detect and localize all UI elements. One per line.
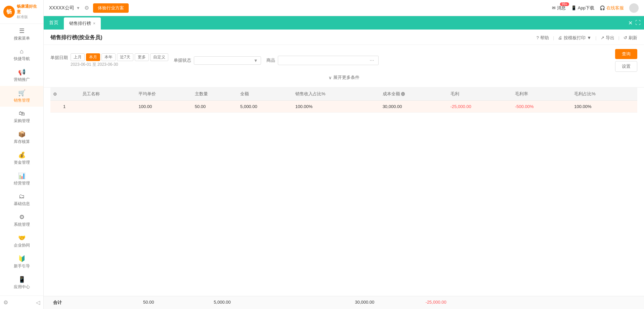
footer-settings-icon[interactable]: ⚙ bbox=[3, 299, 8, 306]
cell-gross-rate: -500.00% bbox=[512, 101, 571, 113]
sidebar-item-enterprise-coop[interactable]: 🤝 企业协同 bbox=[0, 231, 43, 252]
sidebar-item-marketing[interactable]: 📢 营销推广 bbox=[0, 65, 43, 86]
action-sep-3: | bbox=[618, 35, 619, 40]
sidebar-item-purchase[interactable]: 🛍 采购管理 bbox=[0, 107, 43, 127]
page-title: 销售排行榜(按业务员) bbox=[50, 34, 102, 41]
template-print-btn[interactable]: 🖨 按模板打印 ▼ bbox=[558, 35, 591, 41]
settings-btn[interactable]: 设置 bbox=[615, 61, 637, 72]
cell-amount: 5,000.00 bbox=[238, 101, 293, 113]
date-btn-this-month[interactable]: 本月 bbox=[86, 53, 100, 61]
sidebar-item-operations[interactable]: 📊 经营管理 bbox=[0, 169, 43, 190]
cell-name bbox=[80, 101, 136, 113]
message-badge: 99+ bbox=[560, 2, 569, 6]
user-avatar[interactable] bbox=[629, 3, 639, 13]
date-btn-prev-month[interactable]: 上月 bbox=[71, 53, 85, 61]
query-btn[interactable]: 查询 bbox=[615, 49, 637, 59]
page-header: 销售排行榜(按业务员) ? 帮助 | 🖨 按模板打印 ▼ | ↗ bbox=[44, 30, 644, 45]
filter-area: 单据日期 上月 本月 本年 近7天 更多 自定义 2023-06-01 至 20… bbox=[44, 45, 644, 88]
expand-row: ∨ 展开更多条件 bbox=[50, 72, 637, 83]
app-center-icon: 📱 bbox=[18, 276, 26, 283]
help-btn[interactable]: ? 帮助 bbox=[536, 35, 549, 41]
sidebar-item-finance[interactable]: 💰 资金管理 bbox=[0, 148, 43, 169]
action-sep-1: | bbox=[553, 35, 554, 40]
logo-text-container: 畅康通好生意 标准版 bbox=[17, 4, 40, 19]
sidebar-item-wechat[interactable]: 💬 企业微信 bbox=[0, 293, 43, 296]
sidebar-label-app-center: 应用中心 bbox=[14, 284, 30, 290]
sidebar-item-basic-info[interactable]: 🗂 基础信息 bbox=[0, 190, 43, 210]
page-actions: ? 帮助 | 🖨 按模板打印 ▼ | ↗ 导出 | bbox=[536, 35, 637, 41]
sidebar-item-system[interactable]: ⚙ 系统管理 bbox=[0, 210, 43, 231]
date-filter-label: 单据日期 bbox=[50, 53, 68, 61]
th-settings[interactable]: ⚙ bbox=[50, 88, 60, 101]
template-print-label: 按模板打印 bbox=[564, 35, 586, 41]
enterprise-coop-icon: 🤝 bbox=[18, 234, 26, 242]
footer-collapse-icon[interactable]: ◁ bbox=[36, 299, 40, 306]
sidebar-label-inventory: 库存核算 bbox=[14, 139, 30, 145]
main-content: XXXXX公司 ▼ ⚙ 体验行业方案 ✉ 消息 99+ 📱 App下载 🎧 在线… bbox=[44, 0, 644, 309]
tab-close-icon[interactable]: × bbox=[93, 21, 95, 26]
guide-icon: 🔰 bbox=[18, 255, 26, 262]
trial-btn[interactable]: 体验行业方案 bbox=[93, 3, 129, 13]
sidebar-label-system: 系统管理 bbox=[14, 222, 30, 227]
sidebar-footer: ⚙ ◁ bbox=[0, 296, 43, 309]
home-icon: ⌂ bbox=[20, 48, 24, 55]
table-footer: 合计 50.00 5,000.00 30,000.00 -25,000.00 bbox=[44, 296, 644, 309]
status-select[interactable]: ▼ bbox=[194, 56, 261, 65]
sidebar-item-search[interactable]: ☰ 搜索菜单 bbox=[0, 24, 43, 45]
goods-ellipsis-icon[interactable]: ··· bbox=[368, 57, 375, 63]
topbar-right: ✉ 消息 99+ 📱 App下载 🎧 在线客服 bbox=[552, 3, 639, 13]
sidebar-label-search: 搜索菜单 bbox=[14, 36, 30, 41]
sidebar-item-inventory[interactable]: 📦 库存核算 bbox=[0, 127, 43, 148]
expand-more-label: 展开更多条件 bbox=[333, 74, 359, 81]
goods-select[interactable]: ··· bbox=[278, 56, 379, 65]
sidebar-item-sales[interactable]: 🛒 销售管理 bbox=[0, 86, 43, 107]
status-filter-label: 单据状态 bbox=[174, 57, 191, 63]
date-btn-more[interactable]: 更多 bbox=[135, 53, 149, 61]
date-buttons: 上月 本月 本年 近7天 更多 自定义 bbox=[71, 53, 168, 61]
tabbar-right: ✕ ⛶ bbox=[625, 16, 644, 30]
tab-close-window-icon[interactable]: ✕ bbox=[628, 20, 633, 26]
company-name: XXXXX公司 bbox=[49, 5, 74, 11]
logo-sub: 标准版 bbox=[17, 14, 40, 19]
th-rank bbox=[60, 88, 80, 101]
marketing-icon: 📢 bbox=[18, 68, 26, 76]
help-icon: ? bbox=[536, 35, 539, 40]
headset-icon: 🎧 bbox=[600, 5, 605, 10]
th-name: 员工名称 bbox=[80, 88, 136, 101]
company-selector[interactable]: XXXXX公司 ▼ bbox=[49, 5, 80, 11]
export-label: 导出 bbox=[606, 35, 614, 41]
data-table: ⚙ 员工名称 平均单价 主数量 全额 销售收入占比% 成本全额 i 毛利 毛利率… bbox=[50, 88, 637, 113]
purchase-icon: 🛍 bbox=[19, 110, 25, 117]
expand-more-btn[interactable]: ∨ 展开更多条件 bbox=[329, 74, 359, 81]
tab-home[interactable]: 首页 bbox=[44, 16, 64, 30]
date-btn-this-year[interactable]: 本年 bbox=[101, 53, 116, 61]
online-service-btn[interactable]: 🎧 在线客服 bbox=[600, 5, 624, 11]
sidebar-item-quick-nav[interactable]: ⌂ 快捷导航 bbox=[0, 45, 43, 65]
sidebar-item-app-center[interactable]: 📱 应用中心 bbox=[0, 272, 43, 293]
tab-expand-icon[interactable]: ⛶ bbox=[635, 20, 641, 26]
message-btn[interactable]: ✉ 消息 99+ bbox=[552, 5, 566, 11]
sidebar-label-basic-info: 基础信息 bbox=[14, 201, 30, 207]
date-btn-7days[interactable]: 近7天 bbox=[117, 53, 133, 61]
help-label: 帮助 bbox=[540, 35, 549, 41]
th-cost: 成本全额 i bbox=[380, 88, 448, 101]
topbar: XXXXX公司 ▼ ⚙ 体验行业方案 ✉ 消息 99+ 📱 App下载 🎧 在线… bbox=[44, 0, 644, 16]
cell-sales-pct: 100.00% bbox=[293, 101, 380, 113]
content-inner: 销售排行榜(按业务员) ? 帮助 | 🖨 按模板打印 ▼ | ↗ bbox=[44, 30, 644, 309]
logo-brand: 畅康通好生意 bbox=[17, 4, 40, 14]
sidebar-label-marketing: 营销推广 bbox=[14, 77, 30, 83]
sidebar-item-guide[interactable]: 🔰 新手引导 bbox=[0, 252, 43, 272]
tab-sales-ranking[interactable]: 销售排行榜 × bbox=[64, 17, 101, 30]
cell-gross-pct: 100.00% bbox=[571, 101, 637, 113]
tab-home-label: 首页 bbox=[49, 20, 58, 26]
action-sep-2: | bbox=[595, 35, 596, 40]
footer-amount: 5,000.00 bbox=[211, 300, 282, 306]
expand-chevron-icon: ∨ bbox=[329, 75, 332, 80]
cell-avg-price: 100.00 bbox=[136, 101, 192, 113]
refresh-btn[interactable]: ↺ 刷新 bbox=[624, 35, 637, 41]
inventory-icon: 📦 bbox=[18, 131, 26, 138]
app-download-btn[interactable]: 📱 App下载 bbox=[571, 5, 594, 11]
date-btn-custom[interactable]: 自定义 bbox=[150, 53, 168, 61]
export-btn[interactable]: ↗ 导出 bbox=[601, 35, 614, 41]
topbar-gear-icon[interactable]: ⚙ bbox=[84, 5, 89, 11]
